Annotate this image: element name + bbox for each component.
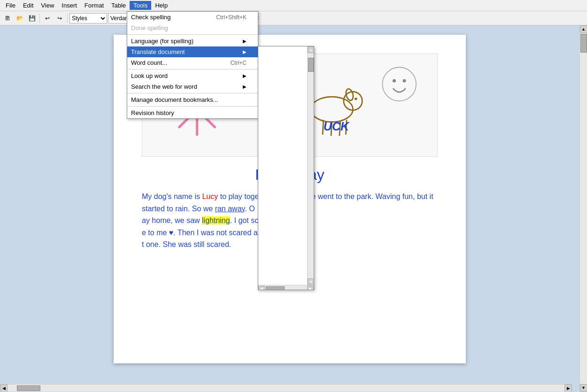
language-label: Language (for spelling)	[131, 38, 193, 45]
menu-translate[interactable]: Translate document ▶ Albanian Arabic Bul…	[127, 46, 258, 57]
lang-estonian[interactable]: Estonian	[258, 154, 307, 165]
menubar: File Edit View Insert Format Table Tools…	[0, 0, 587, 11]
menu-revision-history[interactable]: Revision history	[127, 108, 258, 118]
svg-point-11	[345, 88, 354, 101]
scroll-down-arrow[interactable]: ▼	[580, 384, 587, 392]
scroll-track[interactable]	[580, 33, 587, 384]
translate-submenu: Albanian Arabic Bulgarian Catalan Chines…	[258, 46, 314, 290]
lang-greek[interactable]: Greek	[258, 219, 307, 230]
lang-h-track[interactable]	[265, 285, 307, 290]
scroll-thumb[interactable]	[580, 34, 587, 53]
menu-search-web[interactable]: Search the web for word ▶	[127, 81, 258, 92]
toolbar: 🖹 📂 💾 ↩ ↪ Styles Verdana ☰ • ☰ ⇤ ⇥ ▬ ■ ▬…	[0, 11, 587, 25]
lang-scroll-up[interactable]: ▲	[308, 46, 314, 53]
menu-divider-1	[127, 34, 258, 35]
svg-point-18	[402, 79, 406, 82]
lang-czech[interactable]: Czech	[258, 111, 307, 122]
language-arrow: ▶	[243, 38, 247, 44]
undo-button[interactable]: ↩	[42, 13, 53, 24]
menu-done-spelling: Done spelling	[127, 23, 258, 33]
vertical-scrollbar: ▲ ▼	[579, 25, 587, 392]
search-web-arrow: ▶	[243, 84, 247, 89]
lang-indonesian[interactable]: Indonesian	[258, 273, 307, 284]
lang-scroll-track[interactable]	[308, 53, 314, 278]
menu-word-count[interactable]: Word count... Ctrl+C	[127, 57, 258, 68]
lang-finnish[interactable]: Finnish	[258, 176, 307, 187]
lang-dutch[interactable]: Dutch	[258, 133, 307, 144]
svg-point-17	[393, 79, 396, 82]
lang-croatian[interactable]: Croatian	[258, 100, 307, 111]
menu-divider-2	[127, 69, 258, 69]
menu-language[interactable]: Language (for spelling) ▶	[127, 36, 258, 46]
lang-german[interactable]: German	[258, 208, 307, 219]
menu-look-up[interactable]: Look up word ▶	[127, 70, 258, 81]
lang-h-left[interactable]: ◀	[258, 286, 265, 291]
lang-english-us[interactable]: English (US)	[258, 144, 307, 154]
language-list-container: Albanian Arabic Bulgarian Catalan Chines…	[258, 46, 307, 285]
word-count-shortcut: Ctrl+C	[231, 60, 247, 66]
search-web-label: Search the web for word	[131, 83, 197, 90]
menu-divider-4	[127, 106, 258, 107]
doc-lightning: lightning	[202, 216, 230, 224]
lang-danish[interactable]: Danish	[258, 122, 307, 133]
svg-text:UCK: UCK	[324, 120, 350, 133]
lang-arabic[interactable]: Arabic	[258, 57, 307, 68]
lang-italian[interactable]: Italian	[258, 284, 307, 285]
doc-ran-away: ran away	[215, 205, 245, 213]
h-scroll-left-arrow[interactable]: ◀	[0, 384, 8, 392]
menu-bookmarks[interactable]: Manage document bookmarks...	[127, 94, 258, 105]
word-count-label: Word count...	[131, 59, 167, 66]
menubar-table[interactable]: Table	[108, 1, 130, 10]
menubar-file[interactable]: File	[2, 1, 19, 10]
lang-scroll-thumb[interactable]	[308, 58, 314, 72]
lang-galician[interactable]: Galician	[258, 198, 307, 208]
save-button[interactable]: 💾	[26, 13, 38, 24]
h-scroll-track[interactable]	[8, 384, 564, 392]
lang-bulgarian[interactable]: Bulgarian	[258, 68, 307, 79]
horizontal-scrollbar: ◀ ▶	[0, 384, 572, 392]
style-select[interactable]: Styles	[70, 13, 107, 23]
look-up-label: Look up word	[131, 72, 168, 79]
lang-french[interactable]: French	[258, 187, 307, 198]
menubar-tools[interactable]: Tools	[130, 1, 151, 10]
lang-icelandic[interactable]: Icelandic	[258, 262, 307, 273]
translate-arrow: ▶	[243, 49, 247, 54]
lang-h-right[interactable]: ▶	[307, 286, 314, 291]
lang-h-scrollbar: ◀ ▶	[258, 285, 314, 290]
lang-chinese[interactable]: Chinese	[258, 90, 307, 100]
lang-albanian[interactable]: Albanian	[258, 46, 307, 57]
bookmarks-label: Manage document bookmarks...	[131, 96, 218, 103]
menubar-edit[interactable]: Edit	[19, 1, 37, 10]
tools-dropdown-menu: Check spelling Ctrl+Shift+K Done spellin…	[127, 11, 258, 119]
svg-point-16	[382, 67, 416, 101]
redo-button[interactable]: ↪	[54, 13, 65, 24]
scroll-up-arrow[interactable]: ▲	[580, 25, 587, 33]
menu-check-spelling[interactable]: Check spelling Ctrl+Shift+K	[127, 12, 258, 23]
lang-catalan[interactable]: Catalan	[258, 79, 307, 90]
menubar-help[interactable]: Help	[151, 1, 171, 10]
revision-history-label: Revision history	[131, 109, 174, 116]
lang-scroll-down[interactable]: ▼	[308, 278, 314, 285]
sep2	[67, 14, 68, 23]
check-spelling-shortcut: Ctrl+Shift+K	[216, 14, 247, 21]
h-scroll-thumb[interactable]	[17, 385, 40, 391]
lang-hebrew[interactable]: Hebrew	[258, 230, 307, 241]
translate-label: Translate document	[131, 48, 185, 55]
menubar-view[interactable]: View	[37, 1, 58, 10]
check-spelling-label: Check spelling	[131, 14, 171, 21]
menubar-format[interactable]: Format	[81, 1, 108, 10]
new-button[interactable]: 🖹	[2, 13, 13, 24]
lang-h-thumb[interactable]	[266, 286, 285, 290]
h-scroll-right-arrow[interactable]: ▶	[564, 384, 572, 392]
open-button[interactable]: 📂	[14, 13, 25, 24]
lang-hindi[interactable]: Hindi	[258, 241, 307, 252]
svg-point-8	[311, 97, 353, 122]
doc-lucy: Lucy	[202, 192, 218, 200]
lang-hungarian[interactable]: Hungarian	[258, 252, 307, 262]
menu-divider-3	[127, 93, 258, 93]
lang-filipino[interactable]: Filipino	[258, 165, 307, 176]
menubar-insert[interactable]: Insert	[58, 1, 81, 10]
sep1	[39, 14, 40, 23]
done-spelling-label: Done spelling	[131, 24, 168, 31]
svg-point-10	[355, 98, 357, 100]
